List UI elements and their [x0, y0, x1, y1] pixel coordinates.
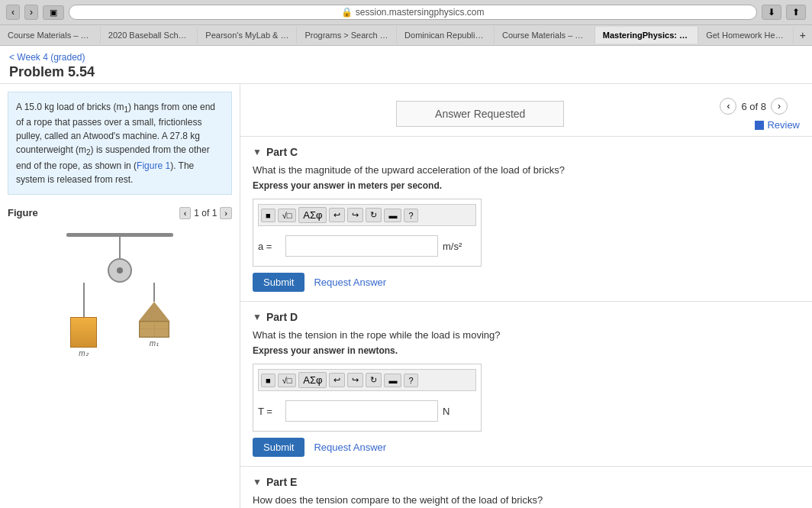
refresh-button-c[interactable]: ↻	[366, 208, 382, 222]
figure-prev-button[interactable]: ‹	[179, 207, 192, 219]
part-c-header: ▼ Part C	[253, 146, 800, 158]
refresh-button-d[interactable]: ↻	[366, 373, 382, 387]
part-c-math-area: ■ √□ ΑΣφ ↩ ↪ ↻ ▬ ? a = m/s²	[253, 199, 482, 267]
prev-problem-button[interactable]: ‹	[720, 98, 736, 115]
figure-link[interactable]: Figure 1	[137, 160, 170, 171]
review-icon	[755, 121, 764, 130]
part-c-instruction: Express your answer in meters per second…	[253, 180, 800, 191]
figure-page: 1 of 1	[194, 208, 217, 218]
redo-button-c[interactable]: ↪	[347, 208, 363, 222]
new-tab-button[interactable]: +	[794, 25, 812, 45]
part-e-label: Part E	[266, 476, 297, 488]
tab-0[interactable]: Course Materials – 20 SPR...	[0, 27, 101, 44]
brick-body	[139, 321, 169, 338]
tab-6[interactable]: MasteringPhysics: Week 4...	[595, 27, 698, 44]
part-e-section: ▼ Part E How does the tension compare to…	[240, 466, 812, 508]
share-button[interactable]: ⬆	[786, 5, 806, 20]
problem-count: 6 of 8	[741, 101, 766, 112]
keyboard-button-c[interactable]: ▬	[384, 209, 401, 222]
part-d-variable: T =	[258, 406, 281, 417]
problem-title: Problem 5.54	[9, 64, 803, 80]
tab-bar: Course Materials – 20 SPR... 2020 Baseba…	[0, 25, 812, 46]
right-rope-group: m₁	[139, 283, 169, 358]
part-c-actions: Submit Request Answer	[253, 273, 800, 292]
tab-2[interactable]: Pearson's MyLab & Master...	[198, 27, 297, 44]
part-c-toolbar: ■ √□ ΑΣφ ↩ ↪ ↻ ▬ ?	[258, 204, 476, 226]
back-button[interactable]: ‹	[6, 5, 20, 20]
tab-5[interactable]: Course Materials – 20 SPR...	[495, 27, 595, 44]
pulley-wheel	[108, 258, 132, 283]
undo-button-c[interactable]: ↩	[329, 208, 345, 222]
redo-button-d[interactable]: ↪	[347, 373, 363, 387]
part-d-input-row: T = N	[258, 396, 476, 426]
part-d-request-answer-link[interactable]: Request Answer	[314, 442, 386, 453]
part-d-label: Part D	[266, 311, 298, 323]
greek-button-c[interactable]: ΑΣφ	[298, 207, 327, 223]
navigation-area: ‹ 6 of 8 ›	[707, 92, 800, 115]
part-d-unit: N	[443, 406, 450, 417]
part-d-input[interactable]	[285, 400, 438, 422]
left-panel: A 15.0 kg load of bricks (m1) hangs from…	[0, 84, 240, 508]
part-c-input[interactable]	[285, 235, 438, 257]
part-d-instruction: Express your answer in newtons.	[253, 345, 800, 356]
m1-label: m₁	[150, 339, 159, 348]
matrix-button-c[interactable]: ■	[261, 209, 276, 222]
forward-button[interactable]: ›	[24, 5, 38, 20]
review-button[interactable]: Review	[755, 119, 800, 131]
tab-icon[interactable]: ▣	[43, 5, 64, 20]
part-c-input-row: a = m/s²	[258, 231, 476, 261]
part-d-arrow[interactable]: ▼	[253, 312, 262, 322]
answer-requested-banner: Answer Requested	[396, 101, 564, 127]
next-problem-button[interactable]: ›	[771, 98, 788, 115]
page-content: A 15.0 kg load of bricks (m1) hangs from…	[0, 84, 812, 508]
undo-button-d[interactable]: ↩	[329, 373, 345, 387]
part-d-toolbar: ■ √□ ΑΣφ ↩ ↪ ↻ ▬ ?	[258, 369, 476, 391]
help-button-d[interactable]: ?	[404, 374, 417, 387]
brick-top	[139, 302, 169, 321]
left-rope-group: m₂	[70, 283, 97, 358]
part-e-arrow[interactable]: ▼	[253, 477, 262, 487]
top-area: Answer Requested ‹ 6 of 8 › Review	[240, 84, 812, 136]
part-e-header: ▼ Part E	[253, 476, 800, 488]
sqrt-button-c[interactable]: √□	[278, 209, 297, 222]
part-c-submit-button[interactable]: Submit	[253, 273, 304, 292]
figure-title: Figure	[8, 207, 38, 218]
part-d-header: ▼ Part D	[253, 311, 800, 323]
right-panel: Answer Requested ‹ 6 of 8 › Review ▼ Par…	[240, 84, 812, 508]
greek-button-d[interactable]: ΑΣφ	[298, 372, 327, 388]
figure-next-button[interactable]: ›	[220, 207, 232, 219]
matrix-button-d[interactable]: ■	[261, 374, 276, 387]
part-c-question: What is the magnitude of the upward acce…	[253, 164, 800, 176]
figure-canvas: m₂	[8, 225, 232, 365]
browser-chrome: ‹ › ▣ 🔒 session.mastersingphysics.com ⬇ …	[0, 0, 812, 25]
right-rope	[153, 283, 155, 302]
address-bar[interactable]: 🔒 session.mastersingphysics.com	[69, 5, 757, 20]
pulley-center	[117, 267, 123, 273]
tab-3[interactable]: Programs > Search (advan...	[297, 27, 397, 44]
mass-m2-block	[70, 317, 97, 348]
top-right: ‹ 6 of 8 › Review	[707, 92, 800, 131]
tab-1[interactable]: 2020 Baseball Schedule –...	[101, 27, 198, 44]
m2-label: m₂	[79, 349, 88, 358]
breadcrumb[interactable]: < Week 4 (graded)	[9, 52, 803, 63]
part-d-actions: Submit Request Answer	[253, 438, 800, 457]
page-header: < Week 4 (graded) Problem 5.54	[0, 46, 812, 84]
help-button-c[interactable]: ?	[404, 209, 417, 222]
figure-nav: ‹ 1 of 1 ›	[179, 207, 232, 219]
part-c-unit: m/s²	[443, 241, 462, 252]
rope-section: m₂	[70, 283, 169, 358]
rope-to-pulley	[119, 237, 121, 258]
part-c-arrow[interactable]: ▼	[253, 147, 262, 157]
part-c-request-answer-link[interactable]: Request Answer	[314, 277, 386, 288]
tab-4[interactable]: Dominican Republic Study...	[397, 27, 495, 44]
part-c-section: ▼ Part C What is the magnitude of the up…	[240, 136, 812, 301]
part-d-submit-button[interactable]: Submit	[253, 438, 304, 457]
tab-7[interactable]: Get Homework Help With...	[698, 27, 794, 44]
problem-description: A 15.0 kg load of bricks (m1) hangs from…	[8, 92, 232, 195]
download-button[interactable]: ⬇	[762, 5, 781, 20]
keyboard-button-d[interactable]: ▬	[384, 374, 401, 387]
sqrt-button-d[interactable]: √□	[278, 374, 297, 387]
figure-section: Figure ‹ 1 of 1 ›	[8, 207, 232, 365]
left-rope	[83, 283, 85, 317]
part-e-question: How does the tension compare to the weig…	[253, 494, 800, 506]
